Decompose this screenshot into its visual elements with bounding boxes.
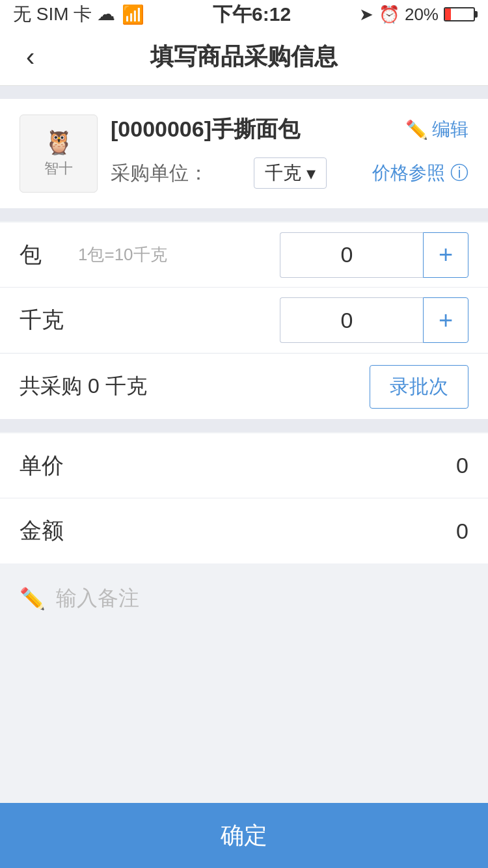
- status-time: 下午6:12: [213, 1, 291, 28]
- unit-value: 千克: [265, 161, 301, 185]
- info-icon: ⓘ: [450, 161, 468, 185]
- bao-input-wrap: +: [280, 232, 468, 278]
- page-title: 填写商品采购信息: [150, 41, 338, 73]
- unit-label: 采购单位：: [111, 160, 208, 187]
- status-right: ➤ ⏰ 20%: [359, 5, 475, 25]
- batch-button[interactable]: 录批次: [370, 365, 468, 409]
- bao-input-row: 包 1包=10千克 +: [0, 223, 488, 288]
- product-thumbnail: 🦉 智十: [20, 115, 98, 193]
- alarm-icon: ⏰: [379, 5, 400, 25]
- total-section: 共采购 0 千克 录批次: [0, 354, 488, 419]
- mid-divider: [0, 208, 488, 221]
- notes-section[interactable]: ✏️ 输入备注: [0, 565, 488, 632]
- product-unit-row: 采购单位： 千克 ▾ 价格参照 ⓘ: [111, 157, 468, 189]
- sim-status: 无 SIM 卡 ☁: [13, 2, 115, 27]
- battery-icon: [444, 7, 475, 21]
- info-section: 单价 0 金额 0: [0, 433, 488, 563]
- product-name-row: [0000006]手撕面包 ✏️ 编辑: [111, 115, 468, 144]
- kg-input-wrap: +: [280, 297, 468, 343]
- bao-label: 包: [20, 240, 72, 270]
- total-row: 共采购 0 千克 录批次: [0, 354, 488, 419]
- edit-icon: ✏️: [405, 119, 428, 141]
- bao-sublabel: 1包=10千克: [78, 243, 280, 266]
- battery-percent: 20%: [405, 5, 439, 25]
- price-reference-button[interactable]: 价格参照 ⓘ: [372, 161, 468, 185]
- bao-plus-button[interactable]: +: [423, 232, 468, 278]
- pencil-icon: ✏️: [20, 586, 46, 611]
- kg-label: 千克: [20, 305, 72, 335]
- edit-label: 编辑: [432, 117, 468, 142]
- bao-input[interactable]: [280, 232, 423, 278]
- confirm-button[interactable]: 确定: [0, 803, 488, 868]
- amount-label: 金额: [20, 516, 64, 546]
- chevron-down-icon: ▾: [306, 163, 316, 184]
- product-card: 🦉 智十 [0000006]手撕面包 ✏️ 编辑 采购单位： 千克 ▾ 价格参照…: [0, 99, 488, 208]
- unit-price-row: 单价 0: [0, 433, 488, 498]
- input-section: 包 1包=10千克 + 千克 +: [0, 223, 488, 353]
- amount-value: 0: [456, 519, 468, 544]
- edit-button[interactable]: ✏️ 编辑: [405, 117, 468, 142]
- back-button[interactable]: ‹: [20, 36, 41, 78]
- unit-price-label: 单价: [20, 451, 64, 481]
- product-logo-icon: 🦉: [44, 129, 74, 156]
- lower-divider: [0, 419, 488, 432]
- price-ref-label: 价格参照: [372, 161, 445, 185]
- notes-placeholder: 输入备注: [56, 584, 139, 613]
- nav-bar: ‹ 填写商品采购信息: [0, 29, 488, 86]
- product-logo-text: 智十: [44, 159, 73, 178]
- status-left: 无 SIM 卡 ☁ 📶: [13, 2, 144, 27]
- status-bar: 无 SIM 卡 ☁ 📶 下午6:12 ➤ ⏰ 20%: [0, 0, 488, 29]
- total-label: 共采购 0 千克: [20, 372, 147, 401]
- wifi-icon: 📶: [122, 4, 144, 25]
- unit-price-value: 0: [456, 453, 468, 478]
- top-divider: [0, 86, 488, 99]
- amount-row: 金额 0: [0, 498, 488, 563]
- product-info: [0000006]手撕面包 ✏️ 编辑 采购单位： 千克 ▾ 价格参照 ⓘ: [111, 115, 468, 189]
- unit-select[interactable]: 千克 ▾: [254, 157, 327, 189]
- bottom-space: [0, 632, 488, 828]
- product-name: [0000006]手撕面包: [111, 115, 300, 144]
- kg-input[interactable]: [280, 297, 423, 343]
- kg-input-row: 千克 +: [0, 288, 488, 353]
- location-icon: ➤: [359, 5, 373, 25]
- kg-plus-button[interactable]: +: [423, 297, 468, 343]
